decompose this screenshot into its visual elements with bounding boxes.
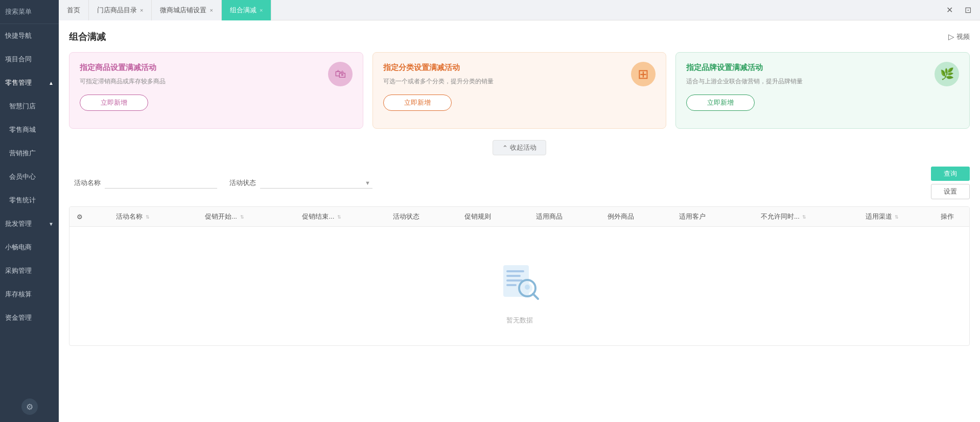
video-link[interactable]: ▷ 视频 [948, 32, 970, 41]
expand-window-btn[interactable]: ⊡ [961, 3, 975, 17]
sidebar-item-membership[interactable]: 会员中心 [0, 165, 59, 189]
tab-wechat-store-label: 微商城店铺设置 [160, 6, 206, 15]
content-area: 组合满减 ▷ 视频 🛍 指定商品设置满减活动 可指定滞销商品或库存较多商品 立即… [59, 20, 980, 422]
table-header-row: ⚙ 活动名称 ⇅ 促销开始... ⇅ 促销结束... ⇅ [69, 207, 969, 227]
svg-rect-4 [506, 284, 517, 286]
empty-state-row: 暂无数据 [69, 227, 969, 346]
table-body: 暂无数据 [69, 227, 969, 346]
sort-icon: ⇅ [895, 215, 899, 220]
page-header: 组合满减 ▷ 视频 [69, 31, 970, 43]
activity-name-input[interactable] [105, 177, 217, 189]
sidebar-item-quick-nav[interactable]: 快捷导航 [0, 24, 59, 48]
col-activity-name[interactable]: 活动名称 ⇅ [90, 207, 176, 227]
category-promo-title: 指定分类设置满减活动 [383, 63, 656, 73]
main-area: 首页 门店商品目录 × 微商城店铺设置 × 组合满减 × ✕ ⊡ 组合满减 ▷ … [59, 0, 980, 422]
col-promo-end[interactable]: 促销结束... ⇅ [273, 207, 370, 227]
sidebar-item-purchase-management[interactable]: 采购管理 [0, 259, 59, 283]
empty-illustration [494, 257, 545, 309]
sidebar-item-label: 库存核算 [5, 290, 32, 299]
tab-wechat-store-settings[interactable]: 微商城店铺设置 × [152, 0, 221, 20]
col-not-allow-concurrent[interactable]: 不允许同时... ⇅ [728, 207, 839, 227]
tab-combo-discount-close[interactable]: × [260, 7, 263, 13]
tab-home[interactable]: 首页 [59, 0, 89, 20]
brand-promo-title: 指定品牌设置满减活动 [686, 63, 959, 73]
activity-name-filter: 活动名称 [74, 177, 217, 189]
play-icon: ▷ [948, 32, 954, 41]
svg-point-8 [525, 285, 530, 290]
col-applicable-channels[interactable]: 适用渠道 ⇅ [839, 207, 925, 227]
col-applicable-customers: 适用客户 [657, 207, 728, 227]
sidebar-item-retail-stats[interactable]: 零售统计 [0, 189, 59, 212]
col-promo-start[interactable]: 促销开始... ⇅ [176, 207, 273, 227]
sidebar-item-marketing[interactable]: 营销推广 [0, 142, 59, 165]
empty-state: 暂无数据 [69, 227, 969, 345]
sidebar-item-wholesale-management[interactable]: 批发管理 ▼ [0, 212, 59, 236]
product-promo-card: 🛍 指定商品设置满减活动 可指定滞销商品或库存较多商品 立即新增 [69, 52, 363, 129]
sidebar-item-inventory-check[interactable]: 库存核算 [0, 283, 59, 306]
svg-rect-1 [506, 270, 524, 272]
svg-rect-3 [506, 279, 523, 282]
activity-name-label: 活动名称 [74, 178, 101, 187]
sidebar-item-retail-mall[interactable]: 零售商城 [0, 118, 59, 142]
sidebar-item-retail-management[interactable]: 零售管理 ▲ [0, 71, 59, 95]
sidebar-search[interactable]: 搜索菜单 [0, 0, 59, 24]
tab-store-catalog-label: 门店商品目录 [97, 6, 137, 15]
svg-rect-2 [506, 275, 521, 277]
promo-cards-row: 🛍 指定商品设置满减活动 可指定滞销商品或库存较多商品 立即新增 ⊞ 指定分类设… [69, 52, 970, 129]
sidebar-item-fund-management[interactable]: 资金管理 [0, 306, 59, 330]
category-promo-card: ⊞ 指定分类设置满减活动 可选一个或者多个分类，提升分类的销量 立即新增 [372, 52, 667, 129]
col-not-allow-concurrent-label: 不允许同时... [761, 213, 800, 220]
brand-promo-add-btn[interactable]: 立即新增 [686, 95, 755, 111]
col-operations: 操作 [925, 207, 969, 227]
col-excluded-products: 例外商品 [585, 207, 657, 227]
tab-wechat-close[interactable]: × [209, 7, 213, 13]
close-window-btn[interactable]: ✕ [942, 3, 956, 17]
tab-combo-discount[interactable]: 组合满减 × [222, 0, 271, 20]
tab-store-catalog-close[interactable]: × [140, 7, 143, 13]
sidebar-item-smart-store[interactable]: 智慧门店 [0, 95, 59, 118]
sidebar-item-label: 项目合同 [5, 55, 32, 64]
product-promo-add-btn[interactable]: 立即新增 [80, 95, 148, 111]
data-table-wrapper: ⚙ 活动名称 ⇅ 促销开始... ⇅ 促销结束... ⇅ [69, 206, 970, 346]
product-promo-desc: 可指定滞销商品或库存较多商品 [80, 77, 202, 86]
svg-line-7 [533, 294, 538, 299]
sidebar-item-label: 营销推广 [9, 149, 36, 158]
filter-row: 活动名称 活动状态 ▼ 查询 设置 [69, 161, 970, 206]
table-header: ⚙ 活动名称 ⇅ 促销开始... ⇅ 促销结束... ⇅ [69, 207, 969, 227]
col-operations-label: 操作 [941, 213, 954, 220]
col-applicable-products: 适用商品 [514, 207, 585, 227]
activity-status-select-wrapper: ▼ [260, 177, 372, 189]
sidebar-search-label: 搜索菜单 [5, 8, 32, 15]
page-title: 组合满减 [69, 31, 106, 43]
sidebar-item-label: 零售管理 [5, 78, 32, 87]
sidebar-item-label: 智慧门店 [9, 102, 36, 111]
tab-bar: 首页 门店商品目录 × 微商城店铺设置 × 组合满减 × ✕ ⊡ [59, 0, 980, 20]
sidebar-item-label: 采购管理 [5, 266, 32, 275]
col-excluded-products-label: 例外商品 [608, 213, 634, 220]
sidebar-item-label: 快捷导航 [5, 31, 32, 40]
sidebar-item-label: 会员中心 [9, 172, 36, 181]
settings-button[interactable]: 设置 [931, 184, 970, 199]
sidebar-item-project-contract[interactable]: 项目合同 [0, 48, 59, 71]
tab-home-label: 首页 [67, 6, 80, 15]
sidebar-item-label: 零售统计 [9, 196, 36, 205]
col-settings[interactable]: ⚙ [69, 207, 90, 227]
activity-status-select[interactable] [260, 177, 372, 189]
col-applicable-channels-label: 适用渠道 [866, 213, 892, 220]
query-button[interactable]: 查询 [931, 167, 970, 181]
col-activity-status-label: 活动状态 [393, 213, 419, 220]
settings-icon[interactable]: ⚙ [21, 398, 38, 415]
sidebar-item-label: 零售商城 [9, 125, 36, 134]
sort-icon: ⇅ [240, 215, 244, 220]
filter-actions: 查询 设置 [931, 167, 970, 199]
col-promo-rule-label: 促销规则 [464, 213, 491, 220]
sidebar: 搜索菜单 快捷导航 项目合同 零售管理 ▲ 智慧门店 零售商城 营销推广 会员中… [0, 0, 59, 422]
tab-store-catalog[interactable]: 门店商品目录 × [89, 0, 152, 20]
sidebar-item-xiaochang-ecommerce[interactable]: 小畅电商 [0, 236, 59, 259]
sort-icon: ⇅ [146, 215, 150, 220]
brand-promo-desc: 适合与上游企业联合做营销，提升品牌销量 [686, 77, 809, 86]
category-promo-add-btn[interactable]: 立即新增 [383, 95, 452, 111]
collapse-activity-btn[interactable]: ⌃ 收起活动 [493, 140, 546, 155]
collapse-icon: ⌃ [502, 144, 508, 152]
empty-text: 暂无数据 [506, 316, 533, 325]
